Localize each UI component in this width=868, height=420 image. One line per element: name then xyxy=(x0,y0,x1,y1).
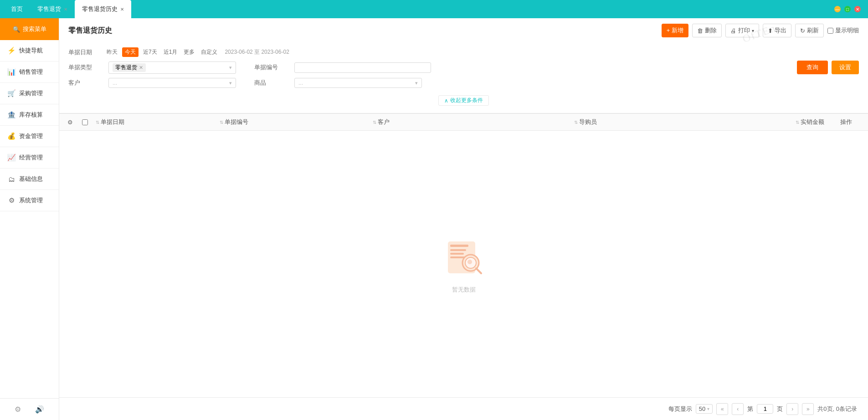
check-all-input[interactable] xyxy=(82,119,88,125)
window-close-btn[interactable]: ✕ xyxy=(854,6,861,12)
doc-type-tag-close[interactable]: ✕ xyxy=(139,65,143,71)
sidebar-item-finance[interactable]: 💰 资金管理 xyxy=(0,126,59,147)
print-icon: 🖨 xyxy=(730,27,736,34)
inventory-icon: 🏦 xyxy=(7,111,15,119)
col-header-guide[interactable]: ⇅ 导购员 xyxy=(570,118,724,126)
page-unit: 页 xyxy=(777,405,783,413)
goods-chevron-icon: ▾ xyxy=(415,80,418,86)
tab-retail-return-history-label: 零售退货历史 xyxy=(82,5,118,13)
filter-row-date: 单据日期 昨天 今天 近7天 近1月 更多 自定义 2023-06-02 至 2… xyxy=(68,47,859,57)
page-next-btn[interactable]: › xyxy=(786,403,798,415)
close-tab-retail-return[interactable]: ✕ xyxy=(64,7,67,12)
collapse-button-label: 收起更多条件 xyxy=(450,97,483,104)
show-detail-checkbox[interactable]: 显示明细 xyxy=(827,26,859,35)
col-header-doc-no[interactable]: ⇅ 单据编号 xyxy=(216,118,369,126)
finance-icon: 💰 xyxy=(7,132,15,140)
settings-button[interactable]: 设置 xyxy=(832,61,859,74)
tab-retail-return[interactable]: 零售退货 ✕ xyxy=(30,0,75,18)
export-button[interactable]: ⬆ 导出 xyxy=(763,24,791,37)
search-icon: 🔍 xyxy=(13,26,20,33)
page-first-btn[interactable]: « xyxy=(716,403,728,415)
collapse-button[interactable]: ∧ 收起更多条件 xyxy=(438,95,489,106)
col-header-customer[interactable]: ⇅ 客户 xyxy=(369,118,570,126)
sort-icon-customer: ⇅ xyxy=(373,120,376,125)
filter-area: 单据日期 昨天 今天 近7天 近1月 更多 自定义 2023-06-02 至 2… xyxy=(68,43,859,113)
sidebar-bottom: ⚙ 🔊 xyxy=(0,398,59,420)
content-area: 零售退货历史 + 新增 🗑 删除 🖨 打印 ▾ ⬆ xyxy=(59,18,868,420)
sidebar-item-sales-mgmt[interactable]: 📊 销售管理 xyxy=(0,61,59,83)
date-opt-more[interactable]: 更多 xyxy=(182,48,196,56)
sidebar-item-purchase-mgmt-label: 采购管理 xyxy=(19,89,43,97)
sidebar-volume-btn[interactable]: 🔊 xyxy=(35,405,44,414)
page-last-btn[interactable]: » xyxy=(802,403,814,415)
sidebar-item-business[interactable]: 📈 经营管理 xyxy=(0,147,59,169)
delete-button-label: 删除 xyxy=(705,26,717,35)
page-label: 第 xyxy=(747,405,753,413)
sort-icon-doc: ⇅ xyxy=(220,120,223,125)
svg-rect-3 xyxy=(450,253,464,255)
table-check-all[interactable] xyxy=(77,119,92,125)
page-prev-btn[interactable]: ‹ xyxy=(732,403,744,415)
tab-list: 首页 零售退货 ✕ 零售退货历史 ✕ xyxy=(4,0,834,18)
goods-placeholder: ... xyxy=(298,80,303,86)
sidebar-item-basic-info[interactable]: 🗂 基础信息 xyxy=(0,169,59,190)
sidebar-item-basic-info-label: 基础信息 xyxy=(19,175,43,183)
show-detail-input[interactable] xyxy=(827,28,833,34)
basic-info-icon: 🗂 xyxy=(7,175,15,183)
doc-type-select[interactable]: 零售退货 ✕ ▾ xyxy=(108,61,236,74)
collapse-row: ∧ 收起更多条件 xyxy=(68,92,859,109)
business-icon: 📈 xyxy=(7,154,15,162)
customer-placeholder: ... xyxy=(113,80,117,86)
sidebar-item-purchase-mgmt[interactable]: 🛒 采购管理 xyxy=(0,83,59,104)
query-button[interactable]: 查询 xyxy=(797,61,828,74)
sidebar-menu: ⚡ 快捷导航 📊 销售管理 🛒 采购管理 🏦 库存核算 💰 资金管理 📈 xyxy=(0,40,59,398)
page-total: 共0页, 0条记录 xyxy=(817,405,857,413)
date-opt-today[interactable]: 今天 xyxy=(122,47,139,57)
table-settings-icon[interactable]: ⚙ xyxy=(63,119,77,126)
date-opt-7days[interactable]: 近7天 xyxy=(141,48,159,56)
col-header-date[interactable]: ⇅ 单据日期 xyxy=(92,118,216,126)
svg-line-7 xyxy=(476,268,481,273)
quick-nav-icon: ⚡ xyxy=(7,46,15,55)
page-num-input[interactable] xyxy=(757,404,773,414)
doc-no-input[interactable] xyxy=(294,62,431,73)
customer-select[interactable]: ... ▾ xyxy=(108,78,236,88)
new-button[interactable]: + 新增 xyxy=(662,24,688,37)
col-header-op: 操作 xyxy=(828,118,864,126)
sidebar-item-quick-nav-label: 快捷导航 xyxy=(19,46,43,55)
page-size-label: 每页显示 xyxy=(668,405,692,413)
sidebar-item-quick-nav[interactable]: ⚡ 快捷导航 xyxy=(0,40,59,61)
goods-select[interactable]: ... ▾ xyxy=(294,78,422,88)
empty-illustration xyxy=(437,235,491,280)
window-maximize-btn[interactable]: □ xyxy=(844,6,851,12)
tab-retail-return-label: 零售退货 xyxy=(37,5,61,13)
col-op-label: 操作 xyxy=(840,118,852,126)
print-button-label: 打印 xyxy=(738,26,750,35)
print-button[interactable]: 🖨 打印 ▾ xyxy=(725,24,759,37)
close-tab-retail-return-history[interactable]: ✕ xyxy=(120,7,124,12)
col-header-amount[interactable]: ⇅ 实销金额 xyxy=(724,118,828,126)
page-size-select[interactable]: 50 ▾ xyxy=(696,404,713,414)
sidebar-item-system-mgmt[interactable]: ⚙ 系统管理 xyxy=(0,190,59,211)
sidebar: 🔍 搜索菜单 ⚡ 快捷导航 📊 销售管理 🛒 采购管理 🏦 库存核算 💰 xyxy=(0,18,59,420)
date-opt-1month[interactable]: 近1月 xyxy=(162,48,180,56)
tab-retail-return-history[interactable]: 零售退货历史 ✕ xyxy=(75,0,131,18)
refresh-button[interactable]: ↻ 刷新 xyxy=(795,24,824,37)
collapse-up-icon: ∧ xyxy=(444,97,448,104)
sidebar-search[interactable]: 🔍 搜索菜单 xyxy=(0,18,59,40)
sidebar-settings-btn[interactable]: ⚙ xyxy=(15,405,21,414)
sidebar-item-inventory[interactable]: 🏦 库存核算 xyxy=(0,104,59,126)
sort-icon-amount: ⇅ xyxy=(796,120,799,125)
delete-button[interactable]: 🗑 删除 xyxy=(692,24,722,37)
table-area: ⚙ ⇅ 单据日期 ⇅ 单据编号 ⇅ 客户 ⇅ 导购员 xyxy=(59,113,868,397)
window-minimize-btn[interactable]: — xyxy=(834,6,841,12)
system-mgmt-icon: ⚙ xyxy=(7,196,15,205)
sidebar-item-finance-label: 资金管理 xyxy=(19,132,43,140)
sort-icon-guide: ⇅ xyxy=(574,120,578,125)
date-opt-custom[interactable]: 自定义 xyxy=(199,48,219,56)
customer-label: 客户 xyxy=(68,79,105,87)
date-opt-prev[interactable]: 昨天 xyxy=(105,48,119,56)
customer-group: 客户 ... ▾ xyxy=(68,78,236,88)
goods-label: 商品 xyxy=(254,79,291,87)
tab-home[interactable]: 首页 xyxy=(4,0,30,18)
